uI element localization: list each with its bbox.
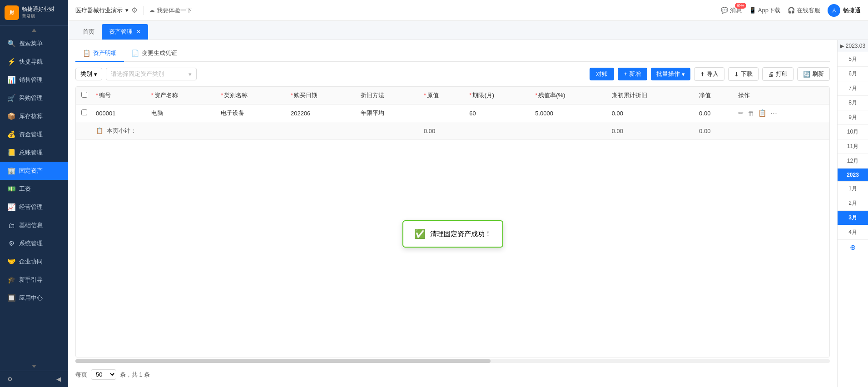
- rp-month-2[interactable]: 2月: [838, 196, 868, 211]
- import-btn[interactable]: ⬆ 导入: [694, 67, 724, 81]
- chevron-down-icon: ▾: [188, 71, 192, 78]
- sidebar-item-coop[interactable]: 🤝 企业协同: [0, 253, 68, 271]
- company-selector[interactable]: 医疗器械行业演示 ▾ ⚙: [75, 6, 138, 15]
- sub-tab-asset-detail[interactable]: 📋 资产明细: [75, 45, 124, 62]
- funds-icon: 💰: [7, 130, 15, 139]
- sidebar-item-funds[interactable]: 💰 资金管理: [0, 125, 68, 144]
- rp-month-3-active[interactable]: 3月: [838, 211, 868, 225]
- cell-original-value: [420, 104, 466, 122]
- copy-icon[interactable]: 📋: [758, 109, 767, 117]
- chevron-down-icon: ▾: [94, 71, 97, 78]
- rp-month-4[interactable]: 4月: [838, 225, 868, 240]
- rp-year-2023[interactable]: 2023: [838, 169, 868, 182]
- online-service-btn[interactable]: 🎧 在线客服: [788, 6, 820, 15]
- scrollbar-thumb[interactable]: [75, 359, 491, 363]
- row-checkbox[interactable]: [81, 109, 87, 115]
- table-body: 000001 电脑 电子设备 202206 年限平均 60 5.0000 0.0…: [76, 104, 829, 140]
- refresh-btn[interactable]: 🔄 刷新: [797, 67, 830, 81]
- sidebar-item-purchase[interactable]: 🛒 采购管理: [0, 89, 68, 107]
- sidebar-item-apps[interactable]: 🔲 应用中心: [0, 289, 68, 307]
- rp-month-12[interactable]: 12月: [838, 154, 868, 169]
- subtotal-original-value: 0.00: [420, 122, 466, 140]
- row-checkbox-cell: [76, 104, 92, 122]
- settings-gear-icon[interactable]: ⚙: [131, 6, 138, 15]
- guide-icon: 🎓: [7, 276, 15, 284]
- subtotal-init-accum-depr: 0.00: [608, 122, 695, 140]
- coop-icon: 🤝: [7, 258, 15, 266]
- content-body: *编号 *资产名称 *类别名称 *购买日期 折旧方法 *原值 *期限(月) *残…: [75, 86, 830, 382]
- avatar: 人: [828, 4, 840, 17]
- sidebar-item-salary[interactable]: 💵 工资: [0, 180, 68, 198]
- rp-month-8[interactable]: 8月: [838, 96, 868, 110]
- message-badge: 99+: [735, 3, 746, 9]
- collapse-icon[interactable]: ◀: [56, 376, 61, 382]
- user-info[interactable]: 人 畅捷通: [828, 4, 861, 17]
- delete-icon[interactable]: 🗑: [748, 109, 754, 117]
- right-panel: ▶ 2023.03 5月 6月 7月 8月 9月 10月 11月 12月 202…: [837, 40, 868, 387]
- ops-icon: 📈: [7, 203, 15, 211]
- new-btn[interactable]: + 新增: [618, 68, 647, 80]
- sub-tab-voucher-gen[interactable]: 📄 变更生成凭证: [124, 45, 184, 62]
- scroll-down-btn[interactable]: [0, 362, 68, 371]
- sidebar-item-fixed[interactable]: 🏢 固定资产: [0, 162, 68, 180]
- success-icon: ✅: [414, 228, 426, 239]
- chevron-down-icon: ▾: [682, 71, 685, 78]
- type-filter[interactable]: 类别 ▾: [75, 68, 102, 80]
- main: 医疗器械行业演示 ▾ ⚙ ☁ 我要体验一下 💬 消息 99+ 📱 App下载 🎧…: [68, 0, 868, 387]
- batch-btn[interactable]: 批量操作 ▾: [651, 68, 690, 80]
- tab-asset-mgmt[interactable]: 资产管理 ✕: [102, 24, 148, 40]
- rp-month-6[interactable]: 6月: [838, 67, 868, 81]
- cell-actions: ✏ 🗑 📋 ⋯: [734, 104, 829, 122]
- content-area: 📋 资产明细 📄 变更生成凭证 类别 ▾ 请选择固定资产类别: [68, 40, 868, 387]
- more-icon[interactable]: ⋯: [770, 109, 777, 117]
- system-icon: ⚙: [7, 239, 15, 248]
- reconcile-btn[interactable]: 对账: [590, 68, 614, 80]
- experience-btn[interactable]: ☁ 我要体验一下: [149, 6, 192, 15]
- sidebar-item-quicknav[interactable]: ⚡ 快捷导航: [0, 53, 68, 71]
- horizontal-scrollbar[interactable]: [75, 359, 830, 363]
- sidebar-item-basic[interactable]: 🗂 基础信息: [0, 216, 68, 234]
- rp-month-10[interactable]: 10月: [838, 125, 868, 139]
- tab-home[interactable]: 首页: [75, 24, 102, 40]
- rp-month-5[interactable]: 5月: [838, 52, 868, 67]
- toolbar-right: 对账 + 新增 批量操作 ▾ ⬆ 导入 ⬇ 下载 🖨: [590, 67, 830, 81]
- rp-month-7[interactable]: 7月: [838, 81, 868, 96]
- edit-icon[interactable]: ✏: [738, 109, 744, 117]
- type-input[interactable]: 请选择固定资产类别 ▾: [106, 68, 197, 80]
- rp-month-11[interactable]: 11月: [838, 139, 868, 154]
- sidebar-item-guide[interactable]: 🎓 新手引导: [0, 271, 68, 289]
- download-btn[interactable]: ⬇ 下载: [728, 67, 759, 81]
- select-all-checkbox[interactable]: [81, 92, 87, 98]
- cell-buy-date: 202206: [287, 104, 357, 122]
- header-divider: [143, 6, 144, 15]
- message-icon: 💬: [721, 7, 728, 14]
- rp-month-1[interactable]: 1月: [838, 182, 868, 196]
- sidebar-item-system[interactable]: ⚙ 系统管理: [0, 234, 68, 253]
- col-residual-rate: *残值率(%): [531, 87, 608, 104]
- sidebar-item-sales[interactable]: 📊 销售管理: [0, 71, 68, 89]
- scroll-up-arrow[interactable]: [32, 29, 36, 32]
- sidebar-item-ops[interactable]: 📈 经营管理: [0, 198, 68, 216]
- sidebar-item-search[interactable]: 🔍 搜索菜单: [0, 35, 68, 53]
- cell-code: 000001: [92, 104, 148, 122]
- sidebar-item-inventory[interactable]: 📦 库存核算: [0, 107, 68, 125]
- messages-btn[interactable]: 💬 消息 99+: [721, 6, 742, 15]
- notification-popup: ✅ 清理固定资产成功！: [402, 220, 503, 248]
- settings-icon[interactable]: ⚙: [7, 376, 13, 382]
- collapse-right-icon[interactable]: ▶: [840, 43, 844, 49]
- print-icon: 🖨: [768, 71, 774, 78]
- app-download-btn[interactable]: 📱 App下载: [749, 6, 780, 15]
- col-original-value: *原值: [420, 87, 466, 104]
- notification-text: 清理固定资产成功！: [430, 230, 491, 238]
- rp-month-9[interactable]: 9月: [838, 110, 868, 125]
- rp-expand-icon[interactable]: ⊕: [838, 240, 868, 255]
- print-btn[interactable]: 🖨 打印: [762, 67, 794, 81]
- page-size-select[interactable]: 50 10 20 100: [91, 369, 116, 380]
- sidebar-item-ledger[interactable]: 📒 总账管理: [0, 144, 68, 162]
- tab-close-icon[interactable]: ✕: [136, 29, 141, 35]
- action-icons: ✏ 🗑 📋 ⋯: [738, 109, 826, 117]
- logo-text: 畅捷通好业财: [22, 6, 55, 13]
- scroll-up-btn[interactable]: [0, 26, 68, 35]
- scroll-down-arrow[interactable]: [32, 365, 36, 368]
- cell-type: 电子设备: [217, 104, 287, 122]
